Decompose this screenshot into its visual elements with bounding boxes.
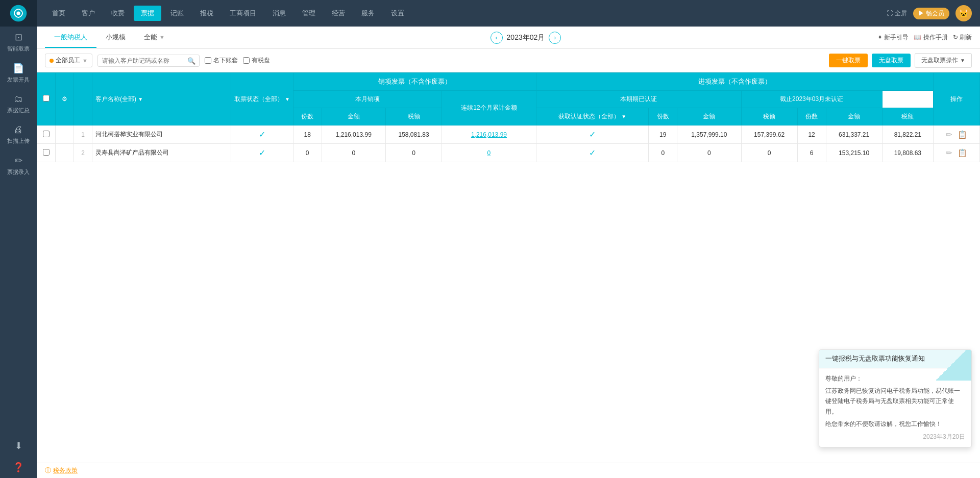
nav-management[interactable]: 管理 bbox=[295, 6, 323, 21]
new-guide-btn[interactable]: ✦ 新手引导 bbox=[877, 33, 909, 42]
refresh-btn[interactable]: ↻ 刷新 bbox=[953, 33, 972, 42]
settings-icon[interactable]: ⚙ bbox=[62, 95, 67, 103]
tax-policy-link[interactable]: 税务政策 bbox=[53, 466, 78, 475]
manual-btn[interactable]: 📖 操作手册 bbox=[914, 33, 947, 42]
sales-tax-header: 税额 bbox=[385, 108, 442, 125]
one-click-btn[interactable]: 一键取票 bbox=[829, 54, 868, 67]
no-disk-btn[interactable]: 无盘取票 bbox=[872, 54, 911, 67]
period-amount-header: 金额 bbox=[677, 108, 741, 125]
tab-general[interactable]: 一般纳税人 bbox=[45, 28, 96, 48]
row-action-cell-1: ✏ 📋 bbox=[933, 144, 979, 162]
sidebar-item-help[interactable]: ❓ bbox=[0, 457, 37, 478]
sidebar-item-invoice-open[interactable]: 📄 发票开具 bbox=[0, 58, 37, 89]
sidebar-item-invoice-entry[interactable]: ✏ 票据录入 bbox=[0, 150, 37, 181]
row-period-tax-1: 0 bbox=[741, 144, 797, 162]
tax-disk-checkbox[interactable] bbox=[243, 57, 250, 64]
vip-button[interactable]: ▶ 畅会员 bbox=[913, 8, 949, 19]
bank-checkbox[interactable] bbox=[205, 57, 211, 64]
sidebar: ⊡ 智能取票 📄 发票开具 🗂 票据汇总 🖨 扫描上传 ✏ 票据录入 ⬇ ❓ bbox=[0, 0, 37, 478]
nav-invoice[interactable]: 票据 bbox=[134, 6, 161, 21]
nav-billing[interactable]: 收费 bbox=[104, 6, 132, 21]
employee-dot bbox=[50, 59, 54, 63]
smart-fetch-icon: ⊡ bbox=[15, 32, 22, 43]
table-row: 2 灵寿县尚泽矿产品有限公司 ✓ 0 0 0 0 ✓ 0 0 0 6 153,2… bbox=[37, 144, 980, 162]
row-index-1: 2 bbox=[74, 144, 92, 162]
row-auth-icon-0: ✓ bbox=[536, 125, 649, 144]
no-disk-ops-btn[interactable]: 无盘取票操作 ▼ bbox=[915, 53, 972, 68]
row-period-amount-1: 0 bbox=[677, 144, 741, 162]
tab-all[interactable]: 全能 ▼ bbox=[135, 28, 174, 48]
tab-bar: 一般纳税人 小规模 全能 ▼ ‹ 2023年02月 › ✦ 新手引导 📖 操作手… bbox=[37, 27, 980, 49]
row-month-tax-1: 0 bbox=[385, 144, 442, 162]
row-checkbox-0[interactable] bbox=[43, 131, 50, 137]
row-checkbox-1[interactable] bbox=[43, 149, 50, 156]
nav-message[interactable]: 消息 bbox=[265, 6, 293, 21]
notification-close-btn[interactable]: ✕ bbox=[959, 354, 965, 364]
tab-all-dropdown-icon[interactable]: ▼ bbox=[159, 34, 165, 40]
row-checkbox-cell bbox=[37, 125, 56, 144]
notification-line3: 给您带来的不便敬请谅解，祝您工作愉快！ bbox=[825, 419, 965, 429]
nav-operation[interactable]: 经营 bbox=[325, 6, 352, 21]
nav-business[interactable]: 工商项目 bbox=[223, 6, 263, 21]
sidebar-item-download[interactable]: ⬇ bbox=[0, 435, 37, 457]
row-action-cell-0: ✏ 📋 bbox=[933, 125, 979, 144]
row-cumulative-0: 1,216,013.99 bbox=[442, 125, 536, 144]
row-deadline-count-1: 6 bbox=[797, 144, 826, 162]
edit-icon-0[interactable]: ✏ bbox=[946, 130, 952, 139]
row-period-count-1: 0 bbox=[649, 144, 677, 162]
help-icon: ❓ bbox=[13, 462, 24, 473]
view-icon-1[interactable]: 📋 bbox=[958, 148, 967, 157]
sidebar-item-smart-fetch[interactable]: ⊡ 智能取票 bbox=[0, 27, 37, 58]
company-filter-icon[interactable]: ▼ bbox=[138, 96, 143, 102]
tab-small[interactable]: 小规模 bbox=[96, 28, 135, 48]
tax-disk-checkbox-label[interactable]: 有税盘 bbox=[243, 56, 270, 65]
next-month-btn[interactable]: › bbox=[549, 32, 561, 44]
nav-service[interactable]: 服务 bbox=[354, 6, 382, 21]
auth-filter-icon[interactable]: ▼ bbox=[621, 114, 626, 119]
sidebar-item-invoice-summary[interactable]: 🗂 票据汇总 bbox=[0, 89, 37, 119]
col-index-header bbox=[74, 73, 92, 125]
sidebar-item-scan-upload[interactable]: 🖨 扫描上传 bbox=[0, 119, 37, 150]
edit-icon-1[interactable]: ✏ bbox=[946, 148, 952, 157]
sales-amount-header: 金额 bbox=[322, 108, 385, 125]
cumulative-link-0[interactable]: 1,216,013.99 bbox=[471, 131, 507, 138]
search-input[interactable] bbox=[97, 55, 200, 67]
top-nav: 首页 客户 收费 票据 记账 报税 工商项目 消息 管理 经营 服务 设置 ⛶ … bbox=[37, 0, 980, 27]
nav-customer[interactable]: 客户 bbox=[75, 6, 102, 21]
nav-bookkeeping[interactable]: 记账 bbox=[163, 6, 191, 21]
employee-select[interactable]: 全部员工 ▼ bbox=[45, 54, 92, 67]
view-icon-0[interactable]: 📋 bbox=[958, 130, 967, 139]
month-nav: ‹ 2023年02月 › bbox=[491, 32, 561, 44]
fullscreen-btn[interactable]: ⛶ 全屏 bbox=[887, 9, 906, 18]
sales-invoice-header: 销项发票（不含作废票） bbox=[293, 73, 536, 91]
row-company-0: 河北柯搭桦实业有限公司 bbox=[92, 125, 231, 144]
select-all-checkbox[interactable] bbox=[43, 95, 50, 102]
row-period-amount-0: 1,357,999.10 bbox=[677, 125, 741, 144]
deadline-amount-header: 金额 bbox=[826, 108, 882, 125]
auth-check-icon: ✓ bbox=[589, 130, 596, 139]
nav-home[interactable]: 首页 bbox=[45, 6, 72, 21]
toolbar: 全部员工 ▼ 🔍 名下账套 有税盘 一键取票 无盘取票 无盘取票操作 bbox=[37, 49, 980, 72]
prev-month-btn[interactable]: ‹ bbox=[491, 32, 503, 44]
bank-checkbox-label[interactable]: 名下账套 bbox=[205, 56, 238, 65]
row-deadline-tax-1: 19,808.63 bbox=[882, 144, 933, 162]
employee-filter: 全部员工 ▼ bbox=[45, 54, 92, 67]
avatar[interactable]: 🐱 bbox=[955, 5, 972, 21]
app-logo bbox=[0, 0, 37, 27]
nav-tax[interactable]: 报税 bbox=[193, 6, 220, 21]
invoice-entry-icon: ✏ bbox=[15, 155, 22, 166]
search-icon[interactable]: 🔍 bbox=[187, 57, 195, 64]
row-checkbox-cell bbox=[37, 144, 56, 162]
status-filter-icon[interactable]: ▼ bbox=[285, 96, 290, 102]
tab-bar-right: ✦ 新手引导 📖 操作手册 ↻ 刷新 bbox=[877, 33, 972, 42]
row-cumulative-1: 0 bbox=[442, 144, 536, 162]
footer-bar: ⓘ 税务政策 bbox=[37, 463, 980, 478]
main-table: ⚙ 客户名称(全部) ▼ 取票状态（全部） ▼ 销项发票（不含作废票） 进项发票… bbox=[37, 72, 980, 162]
nav-settings[interactable]: 设置 bbox=[384, 6, 411, 21]
auth-check-icon: ✓ bbox=[589, 148, 596, 157]
thead-group-row: ⚙ 客户名称(全部) ▼ 取票状态（全部） ▼ 销项发票（不含作废票） 进项发票… bbox=[37, 73, 980, 91]
row-status-0: ✓ bbox=[231, 125, 293, 144]
col-action-header: 操作 bbox=[933, 73, 979, 125]
cumulative-link-1[interactable]: 0 bbox=[487, 149, 491, 157]
invoice-open-icon: 📄 bbox=[13, 63, 24, 74]
